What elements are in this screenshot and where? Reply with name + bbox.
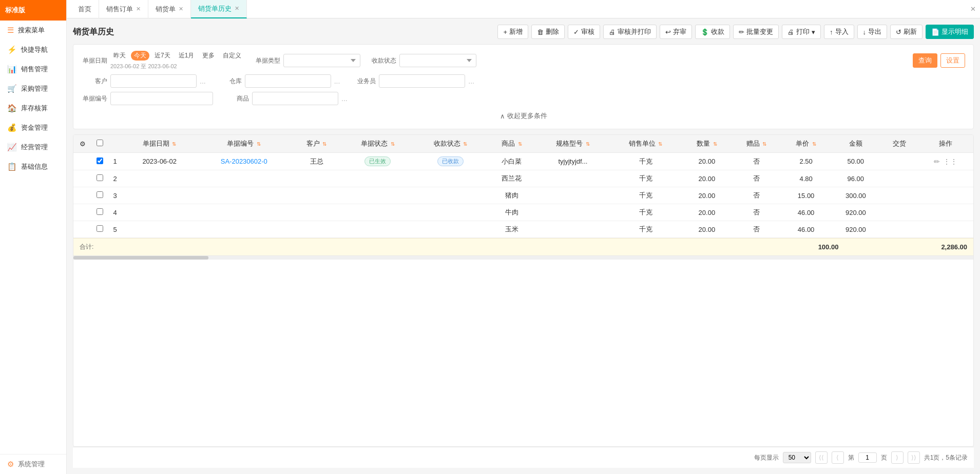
page-header: 销货单历史 + 新增 🗑 删除 ✓ 审核 🖨 审核并打印 bbox=[73, 25, 974, 39]
refresh-button[interactable]: ↺ 刷新 bbox=[890, 25, 923, 39]
row-payment-status bbox=[414, 187, 487, 204]
table-footer: 合计: 100.00 2,286.00 bbox=[73, 238, 973, 255]
date-tag-7days[interactable]: 近7天 bbox=[151, 51, 174, 61]
page-first-btn[interactable]: ⟨⟨ bbox=[815, 451, 828, 464]
sidebar-item-basic-info[interactable]: 📋 基础信息 bbox=[0, 157, 66, 176]
goods-input[interactable] bbox=[252, 92, 338, 105]
page-next-btn[interactable]: ⟩ bbox=[891, 451, 904, 464]
tab-sales-goods[interactable]: 销货单 ✕ bbox=[148, 0, 191, 18]
page-input[interactable] bbox=[858, 452, 877, 463]
col-quantity[interactable]: 数量 ⇅ bbox=[682, 135, 732, 153]
audit-print-button[interactable]: 🖨 审核并打印 bbox=[603, 25, 657, 39]
select-all-checkbox[interactable] bbox=[97, 140, 103, 146]
customer-more-btn[interactable]: ... bbox=[200, 77, 206, 85]
tab-home[interactable]: 首页 bbox=[71, 0, 99, 18]
row-checkbox[interactable] bbox=[92, 204, 107, 221]
print-button[interactable]: 🖨 打印 ▾ bbox=[782, 25, 821, 39]
row-doc-no[interactable]: SA-20230602-0 bbox=[196, 153, 292, 170]
page-last-btn[interactable]: ⟩⟩ bbox=[908, 451, 920, 464]
col-spec[interactable]: 规格型号 ⇅ bbox=[536, 135, 609, 153]
delete-button[interactable]: 🗑 删除 bbox=[531, 25, 565, 39]
quantity-sort-icon: ⇅ bbox=[713, 141, 717, 147]
sidebar-item-purchase-mgmt[interactable]: 🛒 采购管理 bbox=[0, 79, 66, 98]
doc-no-input[interactable] bbox=[110, 92, 213, 105]
date-tag-more[interactable]: 更多 bbox=[199, 51, 218, 61]
doc-type-select[interactable] bbox=[283, 54, 360, 67]
row-checkbox[interactable] bbox=[92, 221, 107, 238]
col-doc-no[interactable]: 单据编号 ⇅ bbox=[196, 135, 292, 153]
row-checkbox[interactable] bbox=[92, 170, 107, 187]
discard-button[interactable]: ↩ 弃审 bbox=[660, 25, 692, 39]
salesperson-more-btn[interactable]: ... bbox=[468, 77, 474, 85]
sidebar-item-quick-nav[interactable]: ⚡ 快捷导航 bbox=[0, 40, 66, 60]
row-unit-price: 46.00 bbox=[781, 221, 831, 238]
col-amount: 金额 bbox=[831, 135, 880, 153]
quick-nav-icon: ⚡ bbox=[7, 45, 17, 54]
show-details-button[interactable]: 📄 显示明细 bbox=[926, 25, 974, 39]
sidebar-item-sys-mgmt[interactable]: ⚙ 系统管理 bbox=[0, 455, 66, 474]
date-tag-yesterday[interactable]: 昨天 bbox=[110, 51, 129, 61]
sidebar-item-finance[interactable]: 💰 资金管理 bbox=[0, 118, 66, 137]
row-quantity: 20.00 bbox=[682, 221, 732, 238]
scrollbar-thumb[interactable] bbox=[73, 256, 208, 260]
date-tag-today[interactable]: 今天 bbox=[131, 51, 149, 61]
date-tag-1month[interactable]: 近1月 bbox=[176, 51, 198, 61]
warehouse-more-btn[interactable]: ... bbox=[334, 77, 340, 85]
row-payment-status: 已收款 bbox=[414, 153, 487, 170]
sys-mgmt-icon: ⚙ bbox=[7, 460, 14, 469]
content-area: 销货单历史 + 新增 🗑 删除 ✓ 审核 🖨 审核并打印 bbox=[67, 18, 980, 474]
filter-date: 单据日期 昨天 今天 近7天 近1月 更多 自定义 2023-06-02 至 2… bbox=[82, 51, 244, 70]
tab-sales-order-close[interactable]: ✕ bbox=[136, 6, 141, 12]
sidebar-item-inventory[interactable]: 🏠 库存核算 bbox=[0, 98, 66, 118]
audit-button[interactable]: ✓ 审核 bbox=[568, 25, 600, 39]
settings-button[interactable]: 设置 bbox=[940, 53, 965, 68]
doc-no-link[interactable]: SA-20230602-0 bbox=[221, 157, 267, 165]
salesperson-input[interactable] bbox=[379, 74, 465, 88]
col-settings[interactable]: ⚙ bbox=[73, 135, 92, 153]
collapse-button[interactable]: ∧ 收起更多条件 bbox=[498, 109, 549, 123]
import-button[interactable]: ↑ 导入 bbox=[824, 25, 854, 39]
filter-salesperson: 业务员 ... bbox=[350, 74, 474, 88]
sidebar-item-sales-mgmt[interactable]: 📊 销售管理 bbox=[0, 60, 66, 79]
row-payment-status bbox=[414, 204, 487, 221]
date-tag-custom[interactable]: 自定义 bbox=[220, 51, 244, 61]
sidebar-item-operation[interactable]: 📈 经营管理 bbox=[0, 137, 66, 157]
col-sales-unit[interactable]: 销售单位 ⇅ bbox=[609, 135, 682, 153]
tab-sales-history-close[interactable]: ✕ bbox=[235, 5, 239, 12]
doc-type-label: 单据类型 bbox=[255, 56, 280, 65]
tab-sales-order[interactable]: 销售订单 ✕ bbox=[99, 0, 148, 18]
col-gift[interactable]: 赠品 ⇅ bbox=[732, 135, 781, 153]
add-button[interactable]: + 新增 bbox=[497, 25, 528, 39]
col-customer[interactable]: 客户 ⇅ bbox=[292, 135, 341, 153]
warehouse-input[interactable] bbox=[245, 74, 331, 88]
tab-sales-history[interactable]: 销货单历史 ✕ bbox=[191, 0, 247, 18]
tab-sales-goods-close[interactable]: ✕ bbox=[179, 6, 183, 12]
sales-mgmt-icon: 📊 bbox=[7, 65, 17, 74]
customer-input[interactable] bbox=[110, 74, 197, 88]
col-payment-status[interactable]: 收款状态 ⇅ bbox=[414, 135, 487, 153]
collect-button[interactable]: 💲 收款 bbox=[695, 25, 730, 39]
export-button[interactable]: ↓ 导出 bbox=[857, 25, 888, 39]
row-spec bbox=[536, 221, 609, 238]
sidebar-item-search-menu[interactable]: ☰ 搜索菜单 bbox=[0, 21, 66, 40]
more-icon[interactable]: ⋮⋮ bbox=[943, 157, 957, 166]
page-size-select[interactable]: 50 100 200 bbox=[783, 452, 811, 463]
query-button[interactable]: 查询 bbox=[913, 53, 937, 68]
horizontal-scrollbar[interactable] bbox=[73, 255, 973, 260]
goods-more-btn[interactable]: ... bbox=[341, 94, 348, 103]
col-goods[interactable]: 商品 ⇅ bbox=[487, 135, 536, 153]
row-checkbox[interactable] bbox=[92, 153, 107, 170]
col-doc-date[interactable]: 单据日期 ⇅ bbox=[123, 135, 196, 153]
page-prev-btn[interactable]: ⟨ bbox=[832, 451, 844, 464]
row-gift: 否 bbox=[732, 170, 781, 187]
edit-icon[interactable]: ✏ bbox=[934, 157, 940, 166]
row-payment-status bbox=[414, 221, 487, 238]
doc-date-sort-icon: ⇅ bbox=[172, 141, 176, 147]
window-close-btn[interactable]: ✕ bbox=[970, 5, 976, 13]
col-doc-status[interactable]: 单据状态 ⇅ bbox=[341, 135, 414, 153]
row-checkbox[interactable] bbox=[92, 187, 107, 204]
payment-status-select[interactable] bbox=[399, 54, 476, 67]
batch-change-button[interactable]: ✏ 批量变更 bbox=[733, 25, 779, 39]
row-doc-date: 2023-06-02 bbox=[123, 153, 196, 170]
col-unit-price[interactable]: 单价 ⇅ bbox=[781, 135, 831, 153]
